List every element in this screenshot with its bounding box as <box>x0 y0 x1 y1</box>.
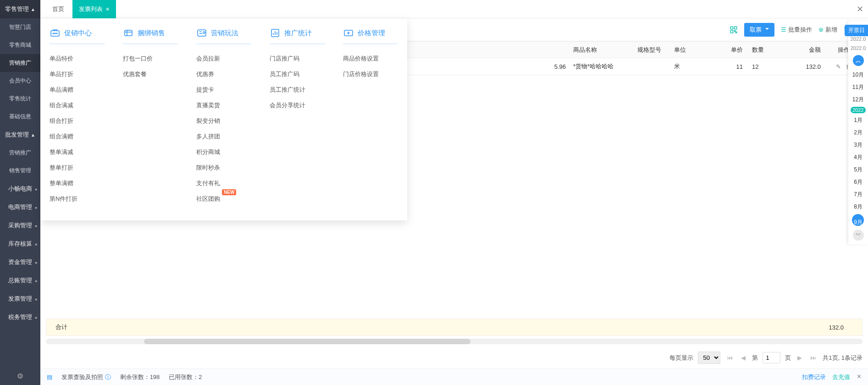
sidebar-item[interactable]: 税务管理▸ <box>0 308 40 326</box>
deduct-log-link[interactable]: 扣费记录 <box>802 373 826 381</box>
fetch-invoice-button[interactable]: 取票 <box>744 23 774 37</box>
close-all-tabs-icon[interactable]: ✕ <box>852 4 868 14</box>
month-item[interactable]: 4月 <box>851 151 865 164</box>
mega-menu-link[interactable]: 会员拉新 <box>196 51 251 66</box>
mega-menu: 促销中心单品特价单品打折单品满赠组合满减组合打折组合满赠整单满减整单打折整单满赠… <box>40 18 407 220</box>
mega-menu-link[interactable]: 整单打折 <box>50 160 105 176</box>
mega-menu-link[interactable]: 积分商城 <box>196 144 251 160</box>
tab-invoice-list[interactable]: 发票列表 ✕ <box>72 0 116 18</box>
month-item[interactable]: 3月 <box>851 139 865 151</box>
chevron-icon: ▲ <box>31 132 35 138</box>
mega-menu-link[interactable]: 支付有礼 <box>196 176 251 191</box>
sidebar-item[interactable]: 批发管理▲ <box>0 126 40 144</box>
mega-menu-link[interactable]: 优惠套餐 <box>123 66 178 82</box>
mega-menu-link[interactable]: 会员分享统计 <box>270 98 325 113</box>
sidebar-item[interactable]: 零售管理▲ <box>0 0 40 18</box>
sidebar-item[interactable]: 库存核算▸ <box>0 235 40 253</box>
sidebar-item[interactable]: 销售管理 <box>0 162 40 180</box>
month-item[interactable]: 11月 <box>851 81 865 94</box>
last-page-icon[interactable]: ⏭ <box>808 354 818 361</box>
sidebar-item[interactable]: 资金管理▸ <box>0 253 40 271</box>
settings-gear-icon[interactable]: ⚙ <box>0 367 40 385</box>
mega-menu-link[interactable]: 直播卖货 <box>196 98 251 113</box>
next-page-icon[interactable]: ▶ <box>796 354 804 361</box>
edit-icon[interactable]: ✎ <box>836 63 841 70</box>
info-icon[interactable]: ⓘ <box>105 374 111 380</box>
mega-menu-link[interactable]: 优惠券 <box>196 66 251 82</box>
month-item[interactable]: 1月 <box>851 114 865 126</box>
close-icon[interactable]: ✕ <box>105 0 110 18</box>
mega-menu-link[interactable]: 组合打折 <box>50 113 105 129</box>
sidebar-item[interactable]: 基础信息 <box>0 108 40 126</box>
mega-menu-link[interactable]: 第N件打折 <box>50 191 105 207</box>
first-page-icon[interactable]: ⏮ <box>725 354 735 361</box>
scroll-up-icon[interactable]: ︽ <box>853 55 864 66</box>
svg-rect-3 <box>51 31 59 36</box>
horizontal-scrollbar[interactable] <box>46 339 862 344</box>
month-item[interactable]: 2月 <box>851 126 865 139</box>
month-item[interactable]: 5月 <box>851 164 865 176</box>
status-check[interactable]: 发票查验及拍照 ⓘ <box>61 373 111 381</box>
column-icon <box>50 28 61 38</box>
column-icon <box>196 28 207 38</box>
month-item[interactable]: 8月 <box>851 201 865 213</box>
date-range-end[interactable]: 2022.0 <box>848 44 868 52</box>
scroll-down-icon[interactable]: ︾ <box>853 230 864 241</box>
mega-menu-link[interactable]: 单品打折 <box>50 66 105 82</box>
month-item[interactable]: 12月 <box>851 94 865 106</box>
add-button[interactable]: ⊕ 新增 <box>818 26 837 34</box>
mega-column-header: 价格管理 <box>343 28 398 44</box>
prev-page-icon[interactable]: ◀ <box>739 354 747 361</box>
mega-menu-link[interactable]: 社区团购NEW <box>196 191 251 207</box>
mega-menu-link[interactable]: 限时秒杀 <box>196 160 251 176</box>
mega-menu-link[interactable]: 商品价格设置 <box>343 51 398 66</box>
svg-rect-1 <box>735 27 737 29</box>
mega-menu-link[interactable]: 提货卡 <box>196 82 251 98</box>
sidebar-item[interactable]: 总账管理▸ <box>0 271 40 290</box>
sidebar-item[interactable]: 小畅电商▸ <box>0 180 40 198</box>
mega-menu-link[interactable]: 组合满赠 <box>50 129 105 144</box>
scrollbar-thumb[interactable] <box>144 339 470 344</box>
per-page-select[interactable]: 50 <box>698 352 720 364</box>
sidebar-item[interactable]: 会员中心 <box>0 72 40 90</box>
sidebar-item[interactable]: 发票管理▸ <box>0 290 40 308</box>
mega-menu-link[interactable]: 整单满赠 <box>50 176 105 191</box>
td-unit: 米 <box>669 62 706 71</box>
td-amount: 132.0 <box>784 63 825 70</box>
month-item[interactable]: 7月 <box>851 188 865 201</box>
month-item[interactable]: 10月 <box>851 69 865 81</box>
mega-menu-link[interactable]: 多人拼团 <box>196 129 251 144</box>
recharge-link[interactable]: 去充值 <box>832 373 850 381</box>
batch-ops-button[interactable]: ☰ 批量操作 <box>781 26 812 34</box>
sidebar-item[interactable]: 智慧门店 <box>0 18 40 36</box>
month-item[interactable]: 9月 <box>852 214 864 226</box>
plus-icon: ⊕ <box>818 26 824 33</box>
mega-menu-link[interactable]: 裂变分销 <box>196 113 251 129</box>
close-icon[interactable]: ✕ <box>857 373 862 381</box>
sidebar-item[interactable]: 采购管理▸ <box>0 216 40 235</box>
month-item[interactable]: 6月 <box>851 176 865 188</box>
mega-menu-link[interactable]: 单品特价 <box>50 51 105 66</box>
mega-menu-link[interactable]: 员工推广码 <box>270 66 325 82</box>
mega-menu-link[interactable]: 打包一口价 <box>123 51 178 66</box>
date-sidebar-header[interactable]: 开票日 <box>845 25 868 36</box>
mega-menu-link[interactable]: 单品满赠 <box>50 82 105 98</box>
mega-menu-link[interactable]: 门店推广码 <box>270 51 325 66</box>
year-badge: 2022 <box>851 107 865 113</box>
sidebar-item[interactable]: 电商管理▸ <box>0 198 40 216</box>
sidebar-item[interactable]: 零售统计 <box>0 90 40 108</box>
sidebar-item[interactable]: 营销推广 <box>0 54 40 72</box>
mega-column-header: 捆绑销售 <box>123 28 178 44</box>
mega-menu-link[interactable]: 组合满减 <box>50 98 105 113</box>
column-icon <box>343 28 354 38</box>
td-price: 11 <box>706 63 747 70</box>
sidebar-item[interactable]: 营销推广 <box>0 144 40 162</box>
qr-scan-icon[interactable] <box>730 26 738 34</box>
mega-menu-link[interactable]: 整单满减 <box>50 144 105 160</box>
mega-menu-link[interactable]: 员工推广统计 <box>270 82 325 98</box>
tab-home[interactable]: 首页 <box>46 0 71 18</box>
sidebar-item[interactable]: 零售商城 <box>0 36 40 54</box>
mega-menu-link[interactable]: 门店价格设置 <box>343 66 398 82</box>
page-input[interactable] <box>763 352 780 363</box>
th-unit: 单位 <box>669 46 706 54</box>
